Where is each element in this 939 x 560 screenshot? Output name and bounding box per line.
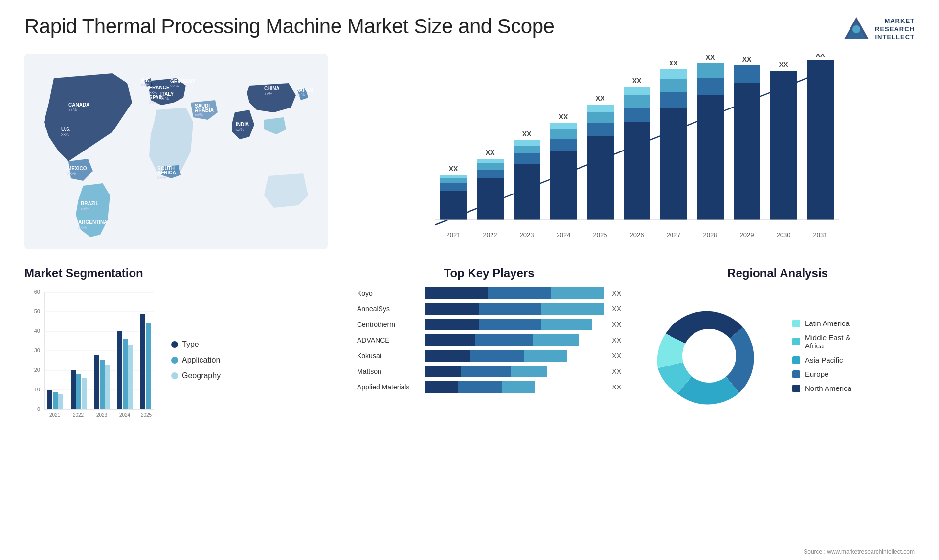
- svg-text:XX: XX: [522, 130, 532, 138]
- svg-text:CANADA: CANADA: [68, 102, 89, 108]
- regional-legend-dot-latin: [792, 320, 800, 327]
- legend-dot-application: [171, 357, 178, 364]
- regional-legend-item-mea: Middle East &Africa: [792, 333, 851, 350]
- svg-text:xx%: xx%: [67, 171, 76, 176]
- player-row-advance: ADVANCE XX: [357, 334, 621, 346]
- svg-text:30: 30: [34, 347, 40, 353]
- svg-text:2022: 2022: [483, 231, 497, 238]
- svg-rect-129: [146, 323, 151, 409]
- svg-text:2025: 2025: [593, 231, 607, 238]
- svg-rect-69: [624, 108, 650, 122]
- svg-text:U.S.: U.S.: [61, 127, 71, 132]
- svg-rect-81: [697, 78, 724, 95]
- player-value-annealsys: XX: [612, 305, 621, 313]
- player-name-kokusai: Kokusai: [357, 352, 421, 360]
- player-value-applied-materials: XX: [612, 383, 621, 391]
- svg-rect-51: [514, 153, 540, 164]
- svg-rect-90: [770, 71, 797, 220]
- segmentation-title: Market Segmentation: [24, 266, 337, 280]
- regional-legend-dot-na: [792, 385, 800, 392]
- svg-text:20: 20: [34, 367, 40, 373]
- svg-text:xx%: xx%: [157, 175, 166, 180]
- svg-text:XX: XX: [669, 59, 678, 67]
- svg-text:CHINA: CHINA: [264, 86, 280, 91]
- player-row-applied-materials: Applied Materials XX: [357, 381, 621, 393]
- svg-text:xx%: xx%: [149, 90, 157, 95]
- svg-text:xx%: xx%: [149, 100, 157, 105]
- bar-chart-section: XX 2021 XX 2022 XX 2023: [337, 54, 915, 259]
- donut-container: [641, 287, 778, 424]
- svg-rect-45: [477, 170, 504, 178]
- player-name-applied-materials: Applied Materials: [357, 383, 421, 391]
- svg-rect-114: [58, 394, 63, 409]
- player-row-annealsys: AnnealSys XX: [357, 303, 621, 315]
- player-bar-koyo: [425, 287, 604, 299]
- svg-text:xx%: xx%: [170, 84, 179, 88]
- svg-rect-56: [550, 151, 577, 220]
- svg-rect-70: [624, 95, 650, 108]
- player-value-koyo: XX: [612, 289, 621, 297]
- svg-rect-74: [660, 108, 687, 220]
- donut-svg: [641, 287, 778, 424]
- regional-legend-label-apac: Asia Pacific: [805, 356, 843, 364]
- svg-rect-57: [550, 139, 577, 151]
- svg-text:50: 50: [34, 308, 40, 314]
- svg-text:xx%: xx%: [195, 112, 203, 117]
- svg-text:xx%: xx%: [264, 91, 272, 96]
- svg-rect-116: [71, 370, 76, 409]
- player-value-advance: XX: [612, 336, 621, 344]
- regional-inner: Latin America Middle East &Africa Asia P…: [641, 287, 915, 424]
- player-name-koyo: Koyo: [357, 289, 421, 297]
- player-name-centrotherm: Centrotherm: [357, 321, 421, 328]
- svg-text:2024: 2024: [119, 412, 131, 418]
- svg-rect-68: [624, 122, 650, 220]
- svg-text:2023: 2023: [96, 412, 108, 418]
- svg-rect-93: [807, 60, 834, 220]
- svg-text:XX: XX: [779, 61, 788, 68]
- seg-chart-container: 0 10 20 30 40 50 60: [24, 287, 161, 432]
- svg-text:40: 40: [34, 328, 40, 334]
- regional-legend-dot-apac: [792, 356, 800, 364]
- svg-rect-80: [697, 95, 724, 220]
- segmentation-inner: 0 10 20 30 40 50 60: [24, 287, 337, 432]
- seg-legend: Type Application Geography: [171, 287, 240, 432]
- svg-rect-38: [440, 191, 467, 220]
- svg-rect-64: [587, 112, 614, 123]
- svg-text:xx%: xx%: [160, 96, 169, 101]
- legend-item-application: Application: [171, 356, 240, 365]
- svg-rect-53: [514, 140, 540, 146]
- svg-text:2022: 2022: [73, 412, 84, 418]
- svg-rect-118: [82, 378, 87, 409]
- svg-rect-126: [128, 345, 133, 409]
- player-value-kokusai: XX: [612, 352, 621, 360]
- svg-text:BRAZIL: BRAZIL: [81, 201, 99, 206]
- regional-legend-dot-europe: [792, 370, 800, 378]
- svg-text:XX: XX: [742, 55, 752, 63]
- page-container: Rapid Thermal Processing Machine Market …: [0, 0, 939, 560]
- regional-legend-item-apac: Asia Pacific: [792, 356, 851, 364]
- player-bar-advance: [425, 334, 604, 346]
- svg-rect-128: [140, 314, 145, 409]
- svg-text:xx%: xx%: [61, 132, 69, 137]
- svg-rect-77: [660, 69, 687, 79]
- players-list: Koyo XX AnnealSys XX: [357, 287, 621, 393]
- svg-text:2029: 2029: [740, 231, 754, 238]
- svg-point-132: [682, 329, 736, 383]
- svg-rect-75: [660, 92, 687, 108]
- svg-rect-40: [440, 178, 467, 183]
- regional-legend-item-na: North America: [792, 384, 851, 392]
- svg-rect-86: [734, 83, 760, 220]
- player-row-centrotherm: Centrotherm XX: [357, 319, 621, 330]
- svg-rect-65: [587, 105, 614, 112]
- svg-text:2021: 2021: [447, 231, 461, 238]
- svg-text:XX: XX: [816, 54, 825, 58]
- svg-text:2027: 2027: [667, 231, 681, 238]
- regional-legend-dot-mea: [792, 338, 800, 345]
- key-players-section: Top Key Players Koyo XX AnnealSys: [347, 266, 631, 436]
- svg-rect-63: [587, 123, 614, 136]
- svg-text:xx%: xx%: [68, 108, 77, 112]
- player-value-centrotherm: XX: [612, 321, 621, 328]
- logo-icon: [842, 15, 871, 44]
- svg-rect-41: [440, 175, 467, 178]
- svg-text:xx%: xx%: [81, 206, 89, 211]
